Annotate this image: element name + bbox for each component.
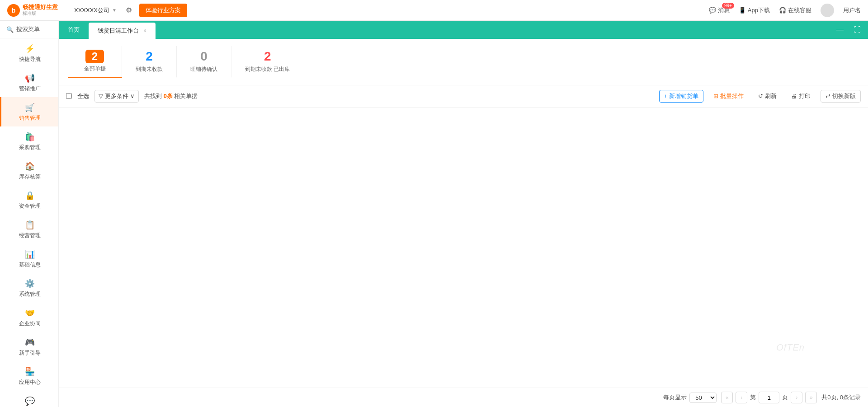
service-icon: 🎧 [779,7,786,14]
stat-label-pending-confirm: 旺铺待确认 [190,65,217,73]
switch-btn[interactable]: ⇄ 切换新版 [821,90,861,103]
basic-info-icon: 📊 [25,249,35,259]
page-content: 2 全部单据 2 到期未收款 0 旺铺待确认 2 到期未收款 已出库 [59,39,868,407]
sidebar-item-system[interactable]: ⚙️ 系统管理 [0,273,58,303]
sidebar-item-wechat[interactable]: 💬 企业微信 [0,391,58,407]
page-label: 第 [750,393,756,402]
per-page-label: 每页显示 [663,393,687,402]
message-icon: 💬 [709,7,716,14]
batch-btn-label: 批量操作 [720,92,744,100]
settings-icon[interactable]: ⚙ [122,4,136,17]
main-layout: 🔍 搜索菜单 ⚡ 快捷导航 📢 营销推广 🛒 销售管理 🛍️ 采购管理 🏠 库存… [0,21,868,407]
stat-number-overdue-unshipped: 2 [264,50,271,64]
sidebar-item-marketing[interactable]: 📢 营销推广 [0,68,58,97]
operation-icon: 📋 [25,220,35,230]
page-prev-btn[interactable]: ‹ [736,392,747,403]
add-sales-btn-label: + 新增销货单 [664,92,698,100]
sidebar-item-label: 资金管理 [19,202,41,210]
page-first-btn[interactable]: « [721,392,733,403]
tab-bar-right: — ⛶ [834,23,868,36]
toolbar-right: + 新增销货单 ⊞ 批量操作 ↺ 刷新 🖨 打印 ⇄ [659,90,861,103]
table-area [59,108,868,388]
batch-btn[interactable]: ⊞ 批量操作 [709,90,748,102]
sidebar-item-label: 销售管理 [19,114,41,122]
top-header: b 畅捷通好生意 标准版 XXXXXX公司 ▼ ⚙ 体验行业方案 💬 消息 99… [0,0,868,21]
refresh-btn-label: 刷新 [765,92,777,100]
add-sales-btn[interactable]: + 新增销货单 [659,90,703,103]
pagination: « ‹ 第 页 › » [721,392,817,403]
sidebar-item-guide[interactable]: 🎮 新手引导 [0,332,58,361]
sidebar-item-sales[interactable]: 🛒 销售管理 [0,97,58,126]
stat-card-overdue-unpaid[interactable]: 2 到期未收款 [122,46,177,78]
sidebar-item-label: 快捷导航 [19,56,41,63]
sidebar-item-label: 库存核算 [19,173,41,181]
tab-home[interactable]: 首页 [59,21,89,39]
filter-btn-label: 更多条件 [105,92,128,100]
tab-close-icon[interactable]: × [143,28,146,34]
print-btn[interactable]: 🖨 打印 [787,90,815,102]
tab-active[interactable]: 钱货日清工作台 × [89,23,156,39]
sidebar-item-capital[interactable]: 🔒 资金管理 [0,185,58,215]
chevron-down-icon: ▼ [112,8,117,13]
page-last-btn[interactable]: » [805,392,817,403]
sidebar-item-label: 基础信息 [19,261,41,269]
sidebar-item-purchase[interactable]: 🛍️ 采购管理 [0,126,58,156]
logo-icon: b [7,4,20,17]
capital-icon: 🔒 [25,191,35,201]
stat-card-overdue-unshipped[interactable]: 2 到期未收款 已出库 [231,46,303,78]
stat-label-overdue-unshipped: 到期未收款 已出库 [245,65,290,73]
purchase-icon: 🛍️ [25,132,35,142]
online-service-action[interactable]: 🎧 在线客服 [779,6,811,14]
experience-btn[interactable]: 体验行业方案 [139,4,187,17]
avatar[interactable] [821,4,834,17]
sidebar-item-label: 系统管理 [19,290,41,298]
stat-label-overdue-unpaid: 到期未收款 [136,65,163,73]
tab-minimize-btn[interactable]: — [834,23,846,36]
sidebar-item-label: 采购管理 [19,144,41,151]
per-page-dropdown[interactable]: 50 10 20 100 [689,393,717,403]
sidebar-item-app-center[interactable]: 🏪 应用中心 [0,361,58,391]
page-input[interactable] [759,392,779,403]
app-download-label: App下载 [748,6,770,14]
tab-expand-btn[interactable]: ⛶ [851,23,863,36]
switch-btn-label: 切换新版 [832,92,856,100]
tab-bar: 首页 钱货日清工作台 × — ⛶ [59,21,868,39]
content-area: 首页 钱货日清工作台 × — ⛶ 2 全部单据 2 到期未收款 [59,21,868,407]
company-selector[interactable]: XXXXXX公司 ▼ [71,5,120,16]
sidebar-item-operation[interactable]: 📋 经营管理 [0,215,58,244]
per-page-select: 每页显示 50 10 20 100 [663,393,717,403]
stat-card-all[interactable]: 2 全部单据 [68,46,122,78]
sidebar-item-enterprise[interactable]: 🤝 企业协同 [0,303,58,332]
sidebar: 🔍 搜索菜单 ⚡ 快捷导航 📢 营销推广 🛒 销售管理 🛍️ 采购管理 🏠 库存… [0,21,59,407]
guide-icon: 🎮 [25,337,35,347]
total-text: 共0页, 0条记录 [821,393,861,402]
refresh-btn[interactable]: ↺ 刷新 [754,90,781,102]
select-all-checkbox[interactable] [66,93,72,99]
sidebar-item-quick-nav[interactable]: ⚡ 快捷导航 [0,38,58,68]
app-download-action[interactable]: 📱 App下载 [739,6,770,14]
header-right: 💬 消息 99+ 📱 App下载 🎧 在线客服 用户名 [709,4,861,17]
refresh-icon: ↺ [758,93,763,99]
stat-card-pending-confirm[interactable]: 0 旺铺待确认 [177,46,231,78]
message-action[interactable]: 💬 消息 99+ [709,6,730,14]
print-icon: 🖨 [791,93,797,99]
sidebar-search[interactable]: 🔍 搜索菜单 [0,21,58,38]
batch-icon: ⊞ [713,93,718,99]
system-icon: ⚙️ [25,279,35,289]
tab-active-label: 钱货日清工作台 [98,27,139,35]
app-icon: 📱 [739,7,746,14]
page-next-btn[interactable]: › [791,392,802,403]
logo-text: 畅捷通好生意 标准版 [23,4,58,17]
print-btn-label: 打印 [799,92,811,100]
sidebar-item-inventory[interactable]: 🏠 库存核算 [0,156,58,185]
sidebar-item-label: 营销推广 [19,85,41,93]
tab-home-label: 首页 [68,26,80,34]
stat-number-all: 2 [85,50,104,63]
found-text: 共找到 0条 相关单据 [144,92,198,100]
sidebar-item-basic-info[interactable]: 📊 基础信息 [0,244,58,273]
marketing-icon: 📢 [25,73,35,83]
quick-nav-icon: ⚡ [25,44,35,54]
filter-btn[interactable]: ▽ 更多条件 ∨ [94,90,139,103]
logo-area: b 畅捷通好生意 标准版 [7,4,66,17]
sidebar-item-label: 新手引导 [19,349,41,357]
